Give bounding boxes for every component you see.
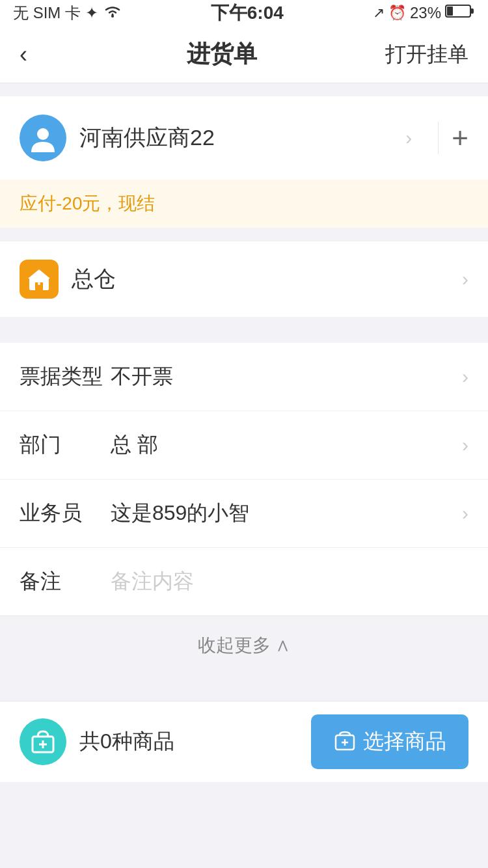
invoice-type-chevron-icon: › [462,366,468,388]
divider [438,122,439,154]
notice-banner: 应付-20元，现结 [0,180,488,228]
supplier-avatar [20,115,66,161]
select-product-button[interactable]: 选择商品 [311,714,468,769]
invoice-type-value: 不开票 [111,362,462,391]
svg-marker-6 [28,269,50,278]
select-product-label: 选择商品 [363,727,446,756]
svg-point-0 [111,15,114,18]
section-gap-1 [0,83,488,96]
product-count: 共0种商品 [79,727,311,756]
supplier-name: 河南供应商22 [79,123,405,153]
warehouse-section: 总仓 › [0,241,488,317]
section-gap-4 [0,675,488,688]
page-title: 进货单 [187,38,257,70]
svg-rect-2 [470,8,474,14]
open-pending-button[interactable]: 打开挂单 [385,40,468,69]
remark-row[interactable]: 备注 备注内容 [0,548,488,616]
remark-value[interactable]: 备注内容 [111,567,468,596]
location-icon: ↗ [373,5,385,21]
sim-status: 无 SIM 卡 ✦ [13,3,98,23]
section-gap-3 [0,317,488,330]
svg-rect-3 [447,7,453,16]
remark-label: 备注 [20,567,111,596]
invoice-type-label: 票据类型 [20,362,111,391]
collapse-row[interactable]: 收起更多 ∧ [0,616,488,675]
department-value: 总 部 [111,431,462,459]
status-bar: 无 SIM 卡 ✦ 下午6:04 ↗ ⏰ 23% [0,0,488,26]
page-filler [0,782,488,868]
svg-point-4 [37,128,49,140]
product-icon-wrap [20,718,66,765]
nav-bar: ‹ 进货单 打开挂单 [0,26,488,83]
department-chevron-icon: › [462,434,468,456]
wifi-icon [103,4,122,22]
svg-point-8 [38,282,40,285]
battery-text: 23% [410,4,441,22]
section-gap-2 [0,228,488,241]
collapse-label: 收起更多 ∧ [198,633,291,658]
form-section: 票据类型 不开票 › 部门 总 部 › 业务员 这是859的小智 › 备注 备注… [0,343,488,616]
status-time: 下午6:04 [211,1,284,25]
supplier-section: 河南供应商22 › + 应付-20元，现结 [0,96,488,228]
add-button[interactable]: + [452,124,468,152]
product-bar: 共0种商品 选择商品 [0,701,488,782]
warehouse-chevron-icon: › [462,268,468,290]
warehouse-icon-wrap [20,260,59,299]
supplier-row[interactable]: 河南供应商22 › + [0,96,488,180]
select-product-icon [333,730,357,753]
battery-icon [445,3,475,23]
back-button[interactable]: ‹ [20,41,59,68]
alarm-icon: ⏰ [388,5,406,21]
salesperson-row[interactable]: 业务员 这是859的小智 › [0,480,488,548]
invoice-type-row[interactable]: 票据类型 不开票 › [0,343,488,411]
salesperson-value: 这是859的小智 [111,499,462,528]
salesperson-label: 业务员 [20,499,111,528]
notice-text: 应付-20元，现结 [20,193,155,213]
department-row[interactable]: 部门 总 部 › [0,411,488,480]
warehouse-row[interactable]: 总仓 › [0,241,488,317]
status-right: ↗ ⏰ 23% [373,3,475,23]
salesperson-chevron-icon: › [462,502,468,524]
warehouse-label: 总仓 [72,264,462,294]
status-left: 无 SIM 卡 ✦ [13,3,122,23]
department-label: 部门 [20,431,111,459]
supplier-chevron-icon: › [405,127,412,149]
